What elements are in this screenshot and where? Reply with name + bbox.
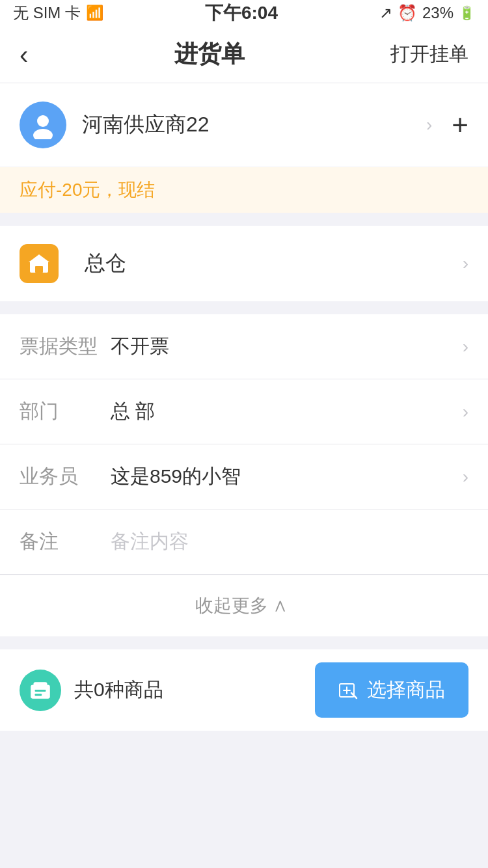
supplier-name: 河南供应商22 <box>82 111 426 139</box>
status-time: 下午6:04 <box>205 1 278 25</box>
salesperson-value: 这是859的小智 <box>111 463 456 490</box>
collapse-button[interactable]: 收起更多 ∧ <box>0 575 488 636</box>
battery-text: 23% <box>422 4 454 22</box>
remark-label: 备注 <box>20 528 98 555</box>
gps-icon: ↗ <box>379 4 392 22</box>
invoice-type-label: 票据类型 <box>20 333 98 360</box>
svg-rect-7 <box>35 689 46 691</box>
main-content: 河南供应商22 › + 应付-20元，现结 总仓 › 票据类型 不开票 › <box>0 83 488 731</box>
svg-marker-3 <box>29 254 49 262</box>
collapse-label: 收起更多 ∧ <box>195 593 288 618</box>
invoice-type-row[interactable]: 票据类型 不开票 › <box>0 314 488 379</box>
salesperson-row[interactable]: 业务员 这是859的小智 › <box>0 444 488 509</box>
warehouse-icon <box>20 244 59 283</box>
carrier-text: 无 SIM 卡 <box>13 3 81 23</box>
supplier-section: 河南供应商22 › + 应付-20元，现结 <box>0 83 488 213</box>
alarm-icon: ⏰ <box>398 4 417 22</box>
department-chevron-icon: › <box>463 401 468 422</box>
warehouse-section: 总仓 › <box>0 226 488 301</box>
nav-bar: ‹ 进货单 打开挂单 <box>0 26 488 83</box>
status-right: ↗ ⏰ 23% 🔋 <box>379 4 475 22</box>
department-value: 总 部 <box>111 398 456 425</box>
invoice-type-value: 不开票 <box>111 333 456 360</box>
invoice-type-chevron-icon: › <box>463 336 468 357</box>
status-left: 无 SIM 卡 📶 <box>13 3 103 23</box>
svg-rect-8 <box>35 694 42 696</box>
product-icon <box>20 670 61 711</box>
select-product-label: 选择商品 <box>367 677 445 703</box>
status-bar: 无 SIM 卡 📶 下午6:04 ↗ ⏰ 23% 🔋 <box>0 0 488 26</box>
department-label: 部门 <box>20 398 98 425</box>
warehouse-row[interactable]: 总仓 › <box>0 226 488 301</box>
remark-value[interactable]: 备注内容 <box>111 528 468 555</box>
notice-bar: 应付-20元，现结 <box>0 167 488 213</box>
product-count-text: 共0种商品 <box>74 677 315 703</box>
battery-icon: 🔋 <box>459 5 475 21</box>
department-row[interactable]: 部门 总 部 › <box>0 379 488 444</box>
svg-rect-6 <box>33 682 47 686</box>
bottom-bar: 共0种商品 选择商品 <box>0 649 488 731</box>
select-product-button[interactable]: 选择商品 <box>315 662 468 718</box>
svg-rect-4 <box>35 266 43 273</box>
warehouse-chevron-icon: › <box>463 253 468 274</box>
page-title: 进货单 <box>174 38 245 70</box>
warehouse-name: 总仓 <box>85 249 456 278</box>
select-product-icon <box>338 680 359 701</box>
supplier-chevron-icon: › <box>426 115 432 135</box>
fields-section: 票据类型 不开票 › 部门 总 部 › 业务员 这是859的小智 › 备注 备注… <box>0 314 488 636</box>
svg-point-0 <box>37 115 49 127</box>
svg-point-1 <box>33 129 53 139</box>
open-pending-button[interactable]: 打开挂单 <box>390 41 468 68</box>
supplier-row[interactable]: 河南供应商22 › + <box>0 83 488 167</box>
remark-row[interactable]: 备注 备注内容 <box>0 509 488 575</box>
supplier-avatar <box>20 102 66 148</box>
salesperson-label: 业务员 <box>20 463 98 490</box>
add-supplier-button[interactable]: + <box>452 111 468 139</box>
wifi-icon: 📶 <box>86 5 103 21</box>
salesperson-chevron-icon: › <box>463 467 468 487</box>
back-button[interactable]: ‹ <box>20 42 28 68</box>
